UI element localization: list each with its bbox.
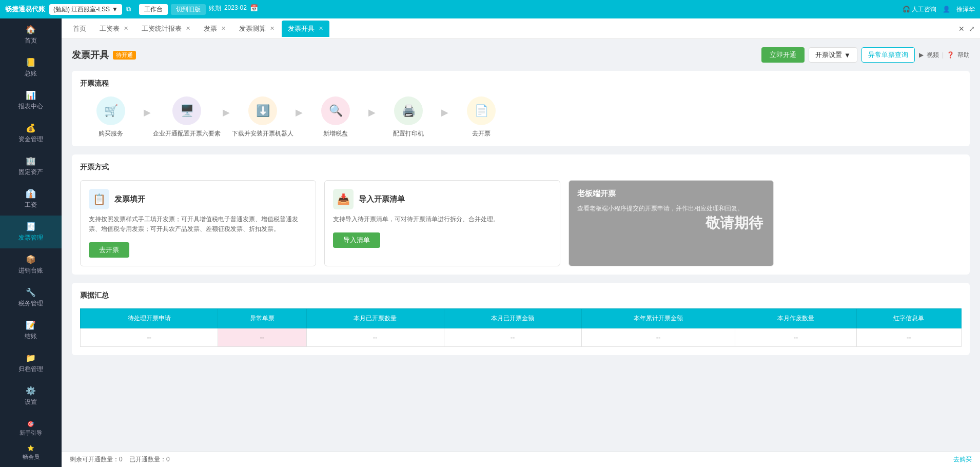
content-area: 首页工资表✕工资统计报表✕发票✕发票测算✕发票开具✕ ✕ ⤢ 发票开具 待开通 … (62, 18, 980, 467)
sidebar-icon: ⚙️ (26, 386, 36, 396)
app-logo: 畅捷通易代账 (5, 5, 45, 14)
summary-header-2: 本月已开票数量 (306, 309, 444, 328)
coming-soon-label: 敬请期待 (705, 213, 763, 233)
process-label-0: 购买服务 (99, 129, 123, 138)
tab-actions: ✕ ⤢ (958, 25, 975, 33)
process-step-0[interactable]: 🛒 购买服务 (80, 96, 142, 138)
method-card-fill: 📋 发票填开 支持按照发票样式手工填开发票；可开具增值税电子普通发票、增值税普通… (80, 180, 316, 266)
opened-label: 已开通数量：0 (129, 456, 170, 463)
switch-old-btn[interactable]: 切到旧版 (171, 4, 206, 15)
tab-close-btn[interactable]: ✕ (958, 25, 965, 33)
calendar-icon[interactable]: 📅 (250, 4, 258, 15)
unpin-btn[interactable]: 📌 取消固定 (0, 465, 62, 467)
tab-发票测算[interactable]: 发票测算✕ (233, 21, 281, 37)
process-step-4[interactable]: 🖨️ 配置打印机 (378, 96, 439, 138)
fill-desc: 支持按照发票样式手工填开发票；可开具增值税电子普通发票、增值税普通发票、增值税专… (89, 215, 307, 234)
sidebar-icon: 💰 (26, 123, 36, 133)
sidebar-item-固定资产[interactable]: 🏢固定资产 (0, 150, 62, 183)
main-layout: 🏠首页📒总账📊报表中心💰资金管理🏢固定资产👔工资🧾发票管理📦进销台账🔧税务管理📝… (0, 18, 980, 467)
sidebar-bottom-畅会员[interactable]: ⭐畅会员 (0, 441, 62, 465)
process-label-2: 下载并安装开票机器人 (232, 129, 293, 138)
buy-link[interactable]: 去购买 (953, 455, 972, 464)
sidebar-item-设置[interactable]: ⚙️设置 (0, 380, 62, 413)
bottom-bar: 剩余可开通数量：0 已开通数量：0 去购买 (62, 452, 980, 467)
tab-首页[interactable]: 首页 (67, 21, 92, 37)
sidebar-icon: 📊 (26, 90, 36, 100)
abnormal-query-btn[interactable]: 异常单票查询 (861, 47, 915, 63)
tab-close-icon[interactable]: ✕ (270, 25, 275, 32)
view-icon: ▶ (919, 51, 924, 59)
import-desc: 支持导入待开票清单，可对待开票清单进行拆分、合并处理。 (333, 215, 552, 224)
tab-工资表[interactable]: 工资表✕ (93, 21, 134, 37)
sidebar-item-资金管理[interactable]: 💰资金管理 (0, 117, 62, 150)
top-bar: 畅捷通易代账 (勉励) 江西服室-LSS ▼ ⧉ 工作台 切到旧版 账期 202… (0, 0, 980, 18)
method-card-import: 📥 导入开票清单 支持导入待开票清单，可对待开票清单进行拆分、合并处理。 导入清… (324, 180, 560, 266)
tab-工资统计报表[interactable]: 工资统计报表✕ (135, 21, 197, 37)
method-cards: 📋 发票填开 支持按照发票样式手工填开发票；可开具增值税电子普通发票、增值税普通… (80, 180, 962, 266)
copy-icon[interactable]: ⧉ (126, 5, 131, 13)
sidebar-item-发票管理[interactable]: 🧾发票管理 (0, 216, 62, 248)
process-arrow-3: ▶ (368, 107, 376, 128)
support-btn[interactable]: 🎧 人工咨询 (903, 5, 936, 14)
process-arrow-2: ▶ (296, 107, 303, 128)
tab-发票开具[interactable]: 发票开具✕ (282, 21, 329, 37)
summary-header-4: 本年累计开票金额 (581, 309, 735, 328)
tab-close-icon[interactable]: ✕ (124, 25, 128, 32)
process-icon-2: ⬇️ (248, 96, 277, 125)
sidebar-item-税务管理[interactable]: 🔧税务管理 (0, 281, 62, 314)
method-section: 开票方式 📋 发票填开 支持按照发票样式手工填开发票；可开具增值税电子普通发票、… (72, 154, 970, 275)
immediate-open-btn[interactable]: 立即开通 (761, 47, 805, 63)
period-label: 账期 (209, 4, 221, 15)
process-step-1[interactable]: 🖥️ 企业开通配置开票六要素 (153, 96, 221, 138)
tab-bar: 首页工资表✕工资统计报表✕发票✕发票测算✕发票开具✕ ✕ ⤢ (62, 18, 980, 39)
sidebar-bottom: 🎯新手引导⭐畅会员 📌 取消固定 (0, 413, 62, 467)
import-icon: 📥 (333, 189, 354, 209)
tab-close-icon[interactable]: ✕ (186, 25, 190, 32)
summary-title: 票据汇总 (80, 291, 962, 300)
top-right-area: 🎧 人工咨询 👤 徐泽华 (903, 5, 975, 14)
process-label-5: 去开票 (472, 129, 491, 138)
summary-header-1: 异常单票 (218, 309, 306, 328)
avatar: 👤 (943, 6, 950, 13)
sidebar-item-结账[interactable]: 📝结账 (0, 314, 62, 347)
process-arrow-1: ▶ (223, 107, 230, 128)
sidebar-icon: 🧾 (26, 222, 36, 231)
process-step-3[interactable]: 🔍 新增税盘 (305, 96, 366, 138)
sidebar-item-工资[interactable]: 👔工资 (0, 183, 62, 216)
process-step-5[interactable]: 📄 去开票 (450, 96, 512, 138)
settings-btn[interactable]: 开票设置 ▼ (809, 47, 857, 63)
process-icon-0: 🛒 (96, 96, 125, 125)
process-step-2[interactable]: ⬇️ 下载并安装开票机器人 (232, 96, 293, 138)
go-invoice-btn[interactable]: 去开票 (89, 242, 129, 258)
summary-header-3: 本月已开票金额 (444, 309, 581, 328)
method-card-boss: 老板端开票 查看老板端小程序提交的开票申请，并作出相应处理和回复。 敬请期待 (569, 180, 774, 266)
sidebar-item-归档管理[interactable]: 📁归档管理 (0, 347, 62, 380)
workbench-btn[interactable]: 工作台 (139, 4, 168, 15)
tab-restore-btn[interactable]: ⤢ (969, 25, 975, 33)
sidebar-item-进销台账[interactable]: 📦进销台账 (0, 248, 62, 281)
status-badge: 待开通 (113, 51, 136, 60)
help-icon: ❓ (947, 51, 954, 59)
username: 徐泽华 (956, 5, 975, 14)
process-label-4: 配置打印机 (393, 129, 424, 138)
process-arrow-4: ▶ (441, 107, 448, 128)
sidebar-item-总账[interactable]: 📒总账 (0, 51, 62, 84)
sidebar-item-报表中心[interactable]: 📊报表中心 (0, 84, 62, 117)
tab-发票[interactable]: 发票✕ (198, 21, 232, 37)
sidebar-item-首页[interactable]: 🏠首页 (0, 18, 62, 51)
sidebar-bottom-新手引导[interactable]: 🎯新手引导 (0, 417, 62, 441)
summary-section: 票据汇总 待处理开票申请异常单票本月已开票数量本月已开票金额本年累计开票金额本月… (72, 283, 970, 355)
company-selector[interactable]: (勉励) 江西服室-LSS ▼ (49, 4, 122, 15)
tab-close-icon[interactable]: ✕ (319, 25, 323, 32)
summary-cell-0: -- (81, 328, 218, 347)
summary-cell-4: -- (581, 328, 735, 347)
process-flow: 🛒 购买服务 ▶ 🖥️ 企业开通配置开票六要素 ▶ ⬇️ 下载并安装开票机器人 … (80, 96, 962, 138)
process-label-3: 新增税盘 (323, 129, 348, 138)
process-section-title: 开票流程 (80, 79, 962, 88)
chevron-down-icon: ▼ (844, 51, 851, 59)
help-group: ▶ 视频 | ❓ 帮助 (919, 51, 970, 60)
import-list-btn[interactable]: 导入清单 (333, 232, 380, 248)
summary-header-6: 红字信息单 (856, 309, 961, 328)
tab-close-icon[interactable]: ✕ (221, 25, 226, 32)
fill-title: 发票填开 (114, 194, 145, 204)
